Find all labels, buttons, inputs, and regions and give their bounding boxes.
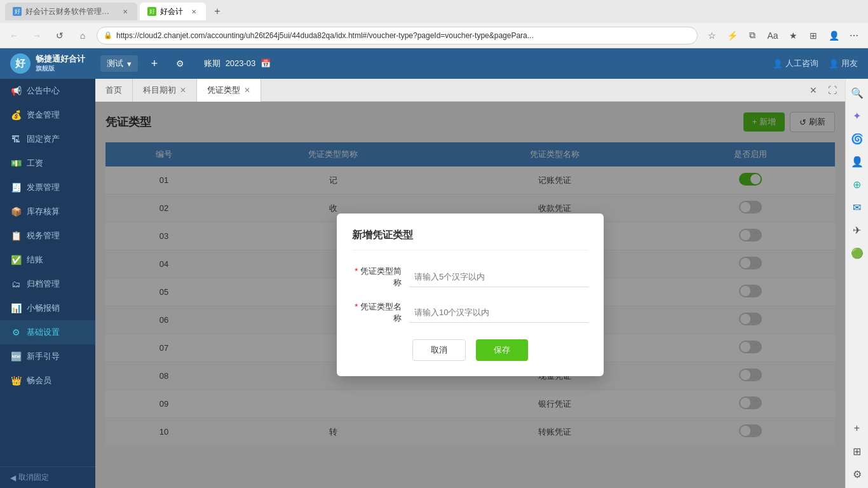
sidebar-item-expense[interactable]: 📊 小畅报销	[0, 296, 95, 320]
sidebar-label-inventory: 库存核算	[27, 206, 60, 217]
sidebar-item-tax[interactable]: 📋 税务管理	[0, 224, 95, 248]
tab-subjects-close[interactable]: ✕	[180, 86, 186, 95]
tab-panel-actions: ✕ ⛶	[801, 83, 845, 98]
sidebar-label-announcement: 公告中心	[27, 85, 60, 97]
right-gear-icon[interactable]: ⚙	[848, 465, 866, 483]
browser-tab-bar: 好 好会计云财务软件管理系统_会计 ✕ 好 好会计 ✕ +	[0, 0, 868, 23]
sidebar-label-expense: 小畅报销	[27, 302, 60, 314]
right-extension1-icon[interactable]: ⊕	[848, 175, 866, 193]
content-tabs: 首页 科目期初 ✕ 凭证类型 ✕ ✕ ⛶	[95, 79, 845, 102]
reading-mode-button[interactable]: Aa	[764, 27, 782, 44]
logo-icon: 好	[10, 53, 31, 74]
cancel-button[interactable]: 取消	[412, 339, 466, 361]
inventory-icon: 📦	[10, 206, 22, 217]
favorites-button[interactable]: ★	[784, 27, 802, 44]
right-user-icon[interactable]: 👤	[848, 152, 866, 170]
modal-overlay: 新增凭证类型 凭证类型简称 凭证类型名称 取消 保存	[95, 102, 845, 488]
tab-voucher-label: 凭证类型	[207, 85, 240, 96]
save-button[interactable]: 保存	[476, 339, 528, 361]
form-label-abbr: 凭证类型简称	[352, 266, 409, 288]
browser-tab-2[interactable]: 好 好会计 ✕	[140, 3, 206, 20]
browser-tab-1[interactable]: 好 好会计云财务软件管理系统_会计 ✕	[5, 3, 137, 20]
voucher-name-input[interactable]	[409, 302, 588, 323]
settings-icon: ⚙	[10, 327, 22, 338]
back-button[interactable]: ←	[5, 27, 23, 44]
browser-actions: ☆ ⚡ ⧉ Aa ★ ⊞ 👤 ⋯	[703, 27, 863, 44]
right-extension2-icon[interactable]: 🟢	[848, 244, 866, 262]
right-ai-icon[interactable]: ✦	[848, 107, 866, 125]
sidebar-item-invoice[interactable]: 🧾 发票管理	[0, 175, 95, 200]
lock-icon: 🔒	[104, 31, 112, 40]
tab-voucher-close[interactable]: ✕	[244, 86, 250, 95]
sidebar-item-announcement[interactable]: 📢 公告中心	[0, 79, 95, 103]
right-feather-icon[interactable]: ✈	[848, 221, 866, 239]
bookmark-star-button[interactable]: ☆	[703, 27, 721, 44]
workspace-selector[interactable]: 测试 ▾	[100, 55, 138, 72]
guide-icon: 🆕	[10, 351, 22, 362]
collections-button[interactable]: ⊞	[804, 27, 822, 44]
cancel-pin-button[interactable]: ◀ 取消固定	[0, 466, 95, 488]
sidebar-item-member[interactable]: 👑 畅会员	[0, 369, 95, 393]
right-add-icon[interactable]: +	[848, 419, 866, 437]
invoice-icon: 🧾	[10, 182, 22, 193]
sidebar-item-inventory[interactable]: 📦 库存核算	[0, 200, 95, 224]
right-outlook-icon[interactable]: ✉	[848, 198, 866, 216]
user-avatar-icon: 👤	[829, 59, 839, 69]
settings-gear-button[interactable]: ⚙	[171, 55, 189, 72]
tab-subjects[interactable]: 科目期初 ✕	[133, 79, 197, 102]
sidebar-item-payroll[interactable]: 💵 工资	[0, 151, 95, 175]
user-button[interactable]: 👤 用友	[829, 58, 858, 69]
workspace-name: 测试	[107, 58, 123, 69]
profile-button[interactable]: 👤	[825, 27, 843, 44]
right-search-icon[interactable]: 🔍	[848, 84, 866, 102]
sidebar-label-payroll: 工资	[27, 158, 43, 169]
more-options-button[interactable]: ⋯	[845, 27, 863, 44]
tab1-close[interactable]: ✕	[121, 7, 130, 16]
tab-maximize-button[interactable]: ⛶	[825, 83, 840, 98]
modal-dialog: 新增凭证类型 凭证类型简称 凭证类型名称 取消 保存	[337, 214, 604, 376]
app-header: 好 畅捷通好合计 旗舰版 测试 ▾ + ⚙ 账期 2023-03 📅 👤 人工咨…	[0, 48, 868, 79]
tab-home[interactable]: 首页	[95, 79, 133, 102]
tab-minimize-button[interactable]: ✕	[806, 83, 821, 98]
tab2-favicon: 好	[147, 7, 156, 16]
consult-button[interactable]: 👤 人工咨询	[773, 58, 818, 69]
right-grid-icon[interactable]: ⊞	[848, 442, 866, 460]
refresh-button[interactable]: ↺	[51, 27, 69, 44]
sidebar-item-settings[interactable]: ⚙ 基础设置	[0, 320, 95, 344]
sidebar-label-fixed-assets: 固定资产	[27, 133, 60, 145]
right-edge-icon[interactable]: 🌀	[848, 130, 866, 147]
sidebar-label-member: 畅会员	[27, 375, 51, 386]
tab2-close[interactable]: ✕	[189, 7, 198, 16]
voucher-abbr-input[interactable]	[409, 267, 588, 287]
right-panel: 🔍 ✦ 🌀 👤 ⊕ ✉ ✈ 🟢 + ⊞ ⚙	[845, 79, 868, 488]
announcement-icon: 📢	[10, 85, 22, 97]
consult-icon: 👤	[773, 59, 783, 69]
sidebar-item-guide[interactable]: 🆕 新手引导	[0, 344, 95, 369]
tab-subjects-label: 科目期初	[143, 85, 176, 96]
tab1-favicon: 好	[13, 7, 22, 16]
sidebar-item-archive[interactable]: 🗂 归档管理	[0, 272, 95, 296]
sidebar-item-checkout[interactable]: ✅ 结账	[0, 248, 95, 272]
home-button[interactable]: ⌂	[74, 27, 92, 44]
browser-extensions-button[interactable]: ⚡	[723, 27, 741, 44]
sidebar-label-settings: 基础设置	[27, 327, 60, 338]
sidebar-item-fixed-assets[interactable]: 🏗 固定资产	[0, 127, 95, 151]
new-tab-button[interactable]: +	[208, 3, 226, 20]
member-icon: 👑	[10, 375, 22, 386]
form-label-name: 凭证类型名称	[352, 301, 409, 324]
sidebar-label-archive: 归档管理	[27, 278, 60, 290]
add-workspace-button[interactable]: +	[146, 55, 163, 72]
url-bar[interactable]: 🔒 https://cloud2.chanjet.com/accounting/…	[97, 27, 698, 44]
forward-button[interactable]: →	[28, 27, 46, 44]
page-content: 凭证类型 + 新增 ↺ 刷新 编号 凭证类型简称 凭证	[95, 102, 845, 488]
form-row-name: 凭证类型名称	[352, 301, 588, 324]
split-view-button[interactable]: ⧉	[743, 27, 761, 44]
sidebar: 📢 公告中心 💰 资金管理 🏗 固定资产 💵 工资 🧾 发票管理 📦 库	[0, 79, 95, 488]
tab-voucher-type[interactable]: 凭证类型 ✕	[197, 79, 261, 102]
tab-home-label: 首页	[105, 85, 122, 96]
url-text: https://cloud2.chanjet.com/accounting/uh…	[116, 31, 691, 40]
sidebar-label-guide: 新手引导	[27, 351, 60, 362]
app-logo: 好 畅捷通好合计 旗舰版	[10, 53, 93, 74]
sidebar-item-fund[interactable]: 💰 资金管理	[0, 103, 95, 127]
logo-text: 畅捷通好合计 旗舰版	[36, 54, 85, 73]
